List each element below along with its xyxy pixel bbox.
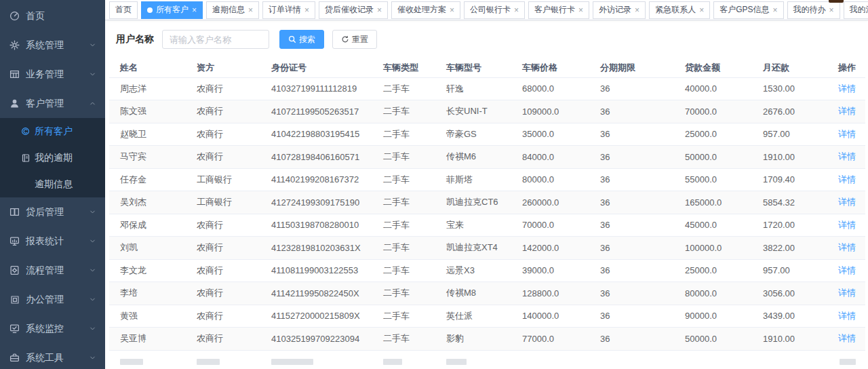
sidebar-item-0[interactable]: 首页 bbox=[0, 1, 105, 31]
book-open-icon bbox=[9, 207, 20, 217]
sidebar: 首页系统管理业务管理客户管理所有客户我的逾期逾期信息贷后管理报表统计流程管理办公… bbox=[0, 0, 105, 369]
close-icon[interactable]: × bbox=[304, 6, 309, 14]
close-icon[interactable]: × bbox=[377, 6, 382, 14]
sidebar-item-8[interactable]: 系统监控 bbox=[0, 314, 105, 343]
column-header-9: 操作 bbox=[833, 58, 865, 77]
cell-3: 二手车 bbox=[372, 259, 435, 282]
table-row: 吴刘杰工商银行412724199309175190二手车凯迪拉克CT626000… bbox=[109, 191, 865, 214]
tab-label: 客户银行卡 bbox=[534, 4, 575, 16]
cell-action bbox=[833, 350, 865, 369]
detail-link[interactable]: 详情 bbox=[838, 311, 856, 321]
close-icon[interactable]: × bbox=[772, 6, 777, 14]
cell-5: 260000.0 bbox=[511, 191, 589, 214]
dashboard-icon bbox=[9, 11, 20, 21]
sidebar-item-6[interactable]: 流程管理 bbox=[0, 256, 105, 285]
close-icon[interactable]: × bbox=[248, 6, 253, 14]
cell-0: 吴刘杰 bbox=[109, 191, 186, 214]
detail-link[interactable]: 详情 bbox=[838, 197, 856, 207]
cell-4: 凯迪拉克XT4 bbox=[435, 237, 511, 260]
column-header-4: 车辆型号 bbox=[435, 58, 511, 77]
user-icon bbox=[9, 98, 20, 109]
tab-8[interactable]: 外访记录× bbox=[593, 1, 646, 19]
cell-3: 二手车 bbox=[372, 168, 435, 191]
chevron-up-icon bbox=[89, 100, 96, 107]
sidebar-subitem-1[interactable]: 我的逾期 bbox=[0, 144, 105, 171]
close-icon[interactable]: × bbox=[192, 6, 197, 14]
tab-4[interactable]: 贷后催收记录× bbox=[319, 1, 388, 19]
cell-2: 410422198803195415 bbox=[260, 123, 372, 146]
column-header-3: 车辆类型 bbox=[372, 58, 435, 77]
tab-label: 首页 bbox=[115, 4, 132, 16]
detail-link[interactable]: 详情 bbox=[838, 333, 856, 343]
detail-link[interactable]: 详情 bbox=[838, 242, 856, 252]
detail-link[interactable]: 详情 bbox=[838, 265, 856, 275]
sidebar-item-7[interactable]: 办公管理 bbox=[0, 285, 105, 314]
cell-6: 36 bbox=[589, 100, 674, 123]
close-icon[interactable]: × bbox=[635, 6, 639, 14]
tab-1[interactable]: 所有客户× bbox=[141, 1, 203, 19]
cell-4: 宝来 bbox=[435, 214, 511, 237]
detail-link[interactable]: 详情 bbox=[838, 106, 856, 116]
cell-0 bbox=[109, 350, 186, 369]
sidebar-item-1[interactable]: 系统管理 bbox=[0, 31, 105, 60]
close-icon[interactable]: × bbox=[578, 6, 583, 14]
sidebar-subitem-label: 逾期信息 bbox=[35, 178, 73, 191]
close-icon[interactable]: × bbox=[829, 6, 834, 14]
tab-10[interactable]: 客户GPS信息× bbox=[713, 1, 783, 19]
cell-action: 详情 bbox=[833, 168, 865, 191]
tab-5[interactable]: 催收处理方案× bbox=[391, 1, 460, 19]
tab-12[interactable]: 我的流程× bbox=[844, 1, 868, 19]
detail-link[interactable]: 详情 bbox=[838, 83, 856, 94]
tab-9[interactable]: 紧急联系人× bbox=[649, 1, 710, 19]
sidebar-item-3[interactable]: 客户管理 bbox=[0, 89, 105, 118]
search-field-label: 用户名称 bbox=[116, 33, 154, 45]
tab-2[interactable]: 逾期信息× bbox=[206, 1, 259, 19]
tab-label: 催收处理方案 bbox=[397, 4, 446, 16]
reset-button[interactable]: 重置 bbox=[332, 30, 377, 49]
sidebar-item-9[interactable]: 系统工具 bbox=[0, 343, 105, 369]
cell-action: 详情 bbox=[833, 191, 865, 214]
detail-link[interactable]: 详情 bbox=[838, 151, 856, 161]
sidebar-item-2[interactable]: 业务管理 bbox=[0, 60, 105, 89]
detail-link[interactable]: 详情 bbox=[838, 174, 856, 184]
sidebar-subitem-0[interactable]: 所有客户 bbox=[0, 118, 105, 144]
cell-action: 详情 bbox=[833, 77, 865, 100]
monitor-icon bbox=[9, 236, 20, 246]
cell-action: 详情 bbox=[833, 282, 865, 305]
close-icon[interactable]: × bbox=[450, 6, 454, 14]
sidebar-item-label: 贷后管理 bbox=[26, 206, 64, 218]
detail-link[interactable]: 详情 bbox=[838, 129, 856, 139]
tab-0[interactable]: 首页 bbox=[109, 1, 138, 19]
cell-8: 5854.32 bbox=[752, 191, 833, 214]
cell-0: 周志洋 bbox=[109, 77, 186, 100]
cell-6: 36 bbox=[589, 77, 674, 100]
cell-2: 410327199111112819 bbox=[260, 77, 372, 100]
search-icon bbox=[288, 35, 296, 43]
tab-3[interactable]: 订单详情× bbox=[262, 1, 315, 19]
cell-6: 36 bbox=[589, 282, 674, 305]
cell-5: 142000.0 bbox=[511, 237, 589, 260]
table-row: 周志洋农商行410327199111112819二手车轩逸68000.03640… bbox=[109, 77, 865, 100]
sidebar-item-5[interactable]: 报表统计 bbox=[0, 227, 105, 256]
detail-link[interactable]: 详情 bbox=[838, 220, 856, 230]
chevron-down-icon bbox=[89, 267, 96, 274]
column-header-7: 贷款金额 bbox=[674, 58, 752, 77]
close-icon[interactable]: × bbox=[514, 6, 519, 14]
sidebar-item-4[interactable]: 贷后管理 bbox=[0, 197, 105, 227]
close-icon[interactable]: × bbox=[699, 6, 704, 14]
detail-link[interactable]: 详情 bbox=[838, 288, 856, 298]
search-button[interactable]: 搜索 bbox=[279, 30, 324, 49]
sidebar-item-label: 流程管理 bbox=[26, 265, 64, 277]
avatar[interactable] bbox=[829, 0, 844, 3]
tab-6[interactable]: 公司银行卡× bbox=[464, 1, 525, 19]
cell-5: 109000.0 bbox=[511, 100, 589, 123]
cell-action: 详情 bbox=[833, 259, 865, 282]
tab-7[interactable]: 客户银行卡× bbox=[528, 1, 589, 19]
cell-3: 二手车 bbox=[372, 77, 435, 100]
tab-11[interactable]: 我的待办× bbox=[787, 1, 840, 19]
sidebar-subitem-2[interactable]: 逾期信息 bbox=[0, 171, 105, 197]
clipped-text bbox=[197, 359, 220, 365]
search-input[interactable] bbox=[162, 30, 269, 49]
cell-5: 128800.0 bbox=[511, 282, 589, 305]
cell-6: 36 bbox=[589, 191, 674, 214]
